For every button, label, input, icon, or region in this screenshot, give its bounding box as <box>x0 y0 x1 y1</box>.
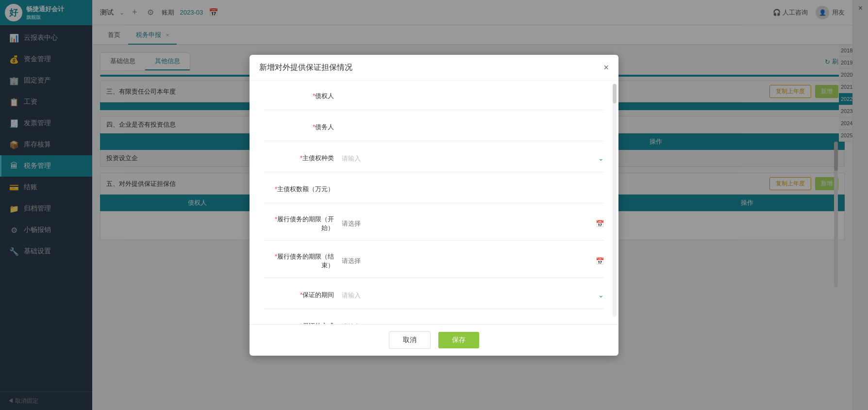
modal-footer: 取消 保存 <box>250 324 618 356</box>
required-mark: * <box>275 215 277 223</box>
form-row-guarantee-method: *保证的方式 ⌄ <box>264 321 604 324</box>
modal-header: 新增对外提供保证担保情况 × <box>250 55 618 81</box>
required-mark: * <box>275 185 277 193</box>
date-duty-end-wrap: 📅 <box>342 255 604 266</box>
input-guarantee-method[interactable] <box>342 321 604 324</box>
modal-body: *债权人 *债务人 *主债权种类 ⌄ <box>250 81 618 324</box>
label-creditor: *债权人 <box>264 92 342 100</box>
debt-type-dropdown-icon[interactable]: ⌄ <box>598 154 604 162</box>
select-guarantee-method-wrap: ⌄ <box>342 321 604 324</box>
required-mark: * <box>300 291 302 298</box>
input-debt-type[interactable] <box>342 153 604 164</box>
form-row-creditor: *债权人 <box>264 91 604 110</box>
required-mark: * <box>313 92 315 99</box>
label-debt-type: *主债权种类 <box>264 154 342 163</box>
modal-scrollbar[interactable] <box>613 84 617 317</box>
duty-end-calendar-icon[interactable]: 📅 <box>596 257 604 265</box>
save-btn[interactable]: 保存 <box>438 332 479 348</box>
form-row-duty-end: *履行债务的期限（结束） 📅 <box>264 252 604 278</box>
duty-start-calendar-icon[interactable]: 📅 <box>596 220 604 228</box>
date-duty-start-wrap: 📅 <box>342 218 604 229</box>
label-guarantee-period: *保证的期间 <box>264 291 342 299</box>
guarantee-method-dropdown-icon[interactable]: ⌄ <box>598 322 604 324</box>
input-guarantee-period[interactable] <box>342 290 604 301</box>
guarantee-period-dropdown-icon[interactable]: ⌄ <box>598 291 604 299</box>
label-duty-end: *履行债务的期限（结束） <box>264 252 342 270</box>
form-row-debt-amount: *主债权数额（万元） <box>264 184 604 203</box>
form-row-guarantee-period: *保证的期间 ⌄ <box>264 290 604 309</box>
form-row-debtor: *债务人 <box>264 122 604 141</box>
input-debt-amount[interactable] <box>342 184 604 195</box>
modal-scrollbar-thumb <box>613 84 617 103</box>
select-debt-type-wrap: ⌄ <box>342 153 604 164</box>
label-debt-amount: *主债权数额（万元） <box>264 185 342 194</box>
input-debtor[interactable] <box>342 122 604 133</box>
required-mark: * <box>313 123 315 131</box>
form-row-debt-type: *主债权种类 ⌄ <box>264 153 604 172</box>
required-mark: * <box>275 253 277 260</box>
select-guarantee-period-wrap: ⌄ <box>342 290 604 301</box>
form-row-duty-start: *履行债务的期限（开始） 📅 <box>264 215 604 241</box>
label-debtor: *债务人 <box>264 123 342 131</box>
cancel-btn[interactable]: 取消 <box>389 331 431 349</box>
modal-backdrop: 新增对外提供保证担保情况 × *债权人 *债务人 * <box>0 0 868 410</box>
input-duty-start[interactable] <box>342 218 594 229</box>
input-creditor[interactable] <box>342 91 604 102</box>
modal-dialog: 新增对外提供保证担保情况 × *债权人 *债务人 * <box>250 55 618 356</box>
modal-close-btn[interactable]: × <box>603 63 609 72</box>
label-duty-start: *履行债务的期限（开始） <box>264 215 342 232</box>
modal-title: 新增对外提供保证担保情况 <box>259 63 352 73</box>
required-mark: * <box>300 154 302 162</box>
input-duty-end[interactable] <box>342 255 594 266</box>
